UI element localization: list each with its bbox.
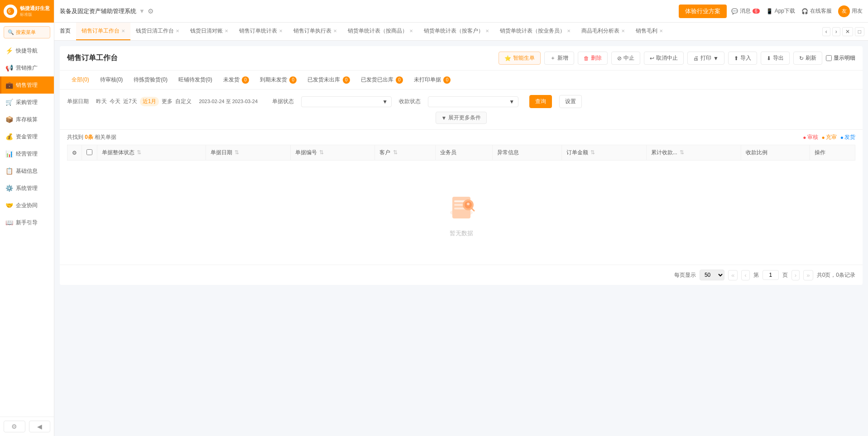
cancel-pause-button[interactable]: ↩ 取消中止 bbox=[644, 52, 684, 65]
refresh-button[interactable]: ↻ 刷新 bbox=[793, 52, 822, 65]
filter-tab-shipped-not-out[interactable]: 已发货未出库 0 bbox=[303, 74, 354, 85]
date-opt-more[interactable]: 更多 bbox=[162, 98, 173, 105]
sidebar-item-finance[interactable]: 💰 资金管理 bbox=[0, 128, 54, 145]
status-filter-select[interactable]: ▼ bbox=[301, 96, 392, 107]
select-all-checkbox[interactable] bbox=[86, 149, 92, 155]
filter-tab-wangpu-ship[interactable]: 旺铺待发货(0) bbox=[174, 74, 217, 85]
tab-margin-analysis[interactable]: 商品毛利分析表 ✕ bbox=[576, 23, 630, 40]
export-button[interactable]: ⬇ 导出 bbox=[761, 52, 790, 65]
message-action[interactable]: 💬 消息 6 bbox=[731, 7, 760, 15]
date-opt-custom[interactable]: 自定义 bbox=[175, 98, 192, 105]
filter-tab-expired-unship[interactable]: 到期未发货 0 bbox=[255, 74, 301, 85]
collapse-button[interactable]: ◀ bbox=[29, 421, 51, 432]
solution-button[interactable]: 体验行业方案 bbox=[679, 5, 727, 18]
tab-sales-summary-product[interactable]: 销货单统计表（按商品） ✕ bbox=[342, 23, 418, 40]
tab-close-cash-daily[interactable]: ✕ bbox=[176, 28, 179, 33]
page-input[interactable] bbox=[762, 270, 779, 280]
sort-status-icon[interactable]: ⇅ bbox=[137, 149, 141, 156]
tab-close-cash-reconcile[interactable]: ✕ bbox=[225, 28, 228, 33]
settings-filter-button[interactable]: 设置 bbox=[559, 95, 582, 108]
tab-sales-stats[interactable]: 销售订单统计表 ✕ bbox=[234, 23, 288, 40]
show-detail-label[interactable]: 显示明细 bbox=[826, 54, 855, 62]
sidebar-item-basic-info[interactable]: 📋 基础信息 bbox=[0, 162, 54, 180]
quick-review-action[interactable]: ● 审核 bbox=[803, 133, 818, 141]
online-service-action[interactable]: 🎧 在线客服 bbox=[801, 7, 832, 15]
last-page-btn[interactable]: » bbox=[803, 270, 813, 280]
tab-sales-gross[interactable]: 销售毛利 ✕ bbox=[630, 23, 668, 40]
tab-close-summary-product[interactable]: ✕ bbox=[409, 28, 413, 33]
sort-customer-icon[interactable]: ⇅ bbox=[393, 149, 398, 156]
user-action[interactable]: 友 用友 bbox=[838, 5, 863, 17]
tab-nav-prev[interactable]: ‹ bbox=[822, 27, 830, 36]
sidebar-item-quick-nav[interactable]: ⚡ 快捷导航 bbox=[0, 42, 54, 59]
message-badge: 6 bbox=[753, 9, 760, 14]
tab-close-sales-gross[interactable]: ✕ bbox=[659, 28, 663, 33]
date-opt-7days[interactable]: 近7天 bbox=[123, 98, 137, 105]
shipped-out-badge: 0 bbox=[396, 76, 403, 84]
sidebar: 6 畅捷通好生意 标准版 🔍 搜索菜单 ⚡ 快捷导航 📢 营销推广 💼 销售管理… bbox=[0, 0, 54, 436]
quick-ship-action[interactable]: ● 发货 bbox=[840, 133, 855, 141]
tab-sales-workbench[interactable]: 销售订单工作台 ✕ bbox=[76, 23, 130, 40]
sidebar-item-cooperation[interactable]: 🤝 企业协同 bbox=[0, 197, 54, 214]
tab-sales-exec[interactable]: 销售订单执行表 ✕ bbox=[288, 23, 342, 40]
expand-conditions-button[interactable]: ▼ 展开更多条件 bbox=[436, 112, 487, 124]
quick-cancel-review-action[interactable]: ● 充审 bbox=[822, 133, 837, 141]
tab-close-summary-staff[interactable]: ✕ bbox=[567, 28, 571, 33]
page-size-select[interactable]: 20 50 100 bbox=[700, 270, 724, 280]
sidebar-item-guide[interactable]: 📖 新手引导 bbox=[0, 214, 54, 231]
filter-tab-unprinted[interactable]: 未打印单据 0 bbox=[409, 74, 455, 85]
first-page-btn[interactable]: « bbox=[728, 270, 738, 280]
import-button[interactable]: ⬆ 导入 bbox=[728, 52, 757, 65]
show-detail-checkbox[interactable] bbox=[826, 55, 832, 61]
print-button[interactable]: 🖨 打印 ▼ bbox=[687, 52, 724, 65]
date-opt-today[interactable]: 今天 bbox=[110, 98, 120, 105]
date-opt-1month[interactable]: 近1月 bbox=[140, 97, 159, 106]
sidebar-item-inventory[interactable]: 📦 库存核算 bbox=[0, 111, 54, 128]
settings-button[interactable]: ⚙ bbox=[4, 421, 25, 432]
tab-close-sales-stats[interactable]: ✕ bbox=[279, 28, 283, 33]
tab-expand[interactable]: □ bbox=[855, 27, 864, 36]
sidebar-item-operations[interactable]: 📊 经营管理 bbox=[0, 145, 54, 162]
sidebar-item-marketing[interactable]: 📢 营销推广 bbox=[0, 59, 54, 76]
star-icon: ⭐ bbox=[504, 55, 511, 62]
sort-amount-icon[interactable]: ⇅ bbox=[590, 149, 595, 156]
tab-home[interactable]: 首页 bbox=[54, 23, 76, 40]
payment-filter-select[interactable]: ▼ bbox=[428, 96, 518, 107]
tab-cash-daily[interactable]: 钱货日清工作台 ✕ bbox=[130, 23, 185, 40]
tab-sales-summary-customer[interactable]: 销货单统计表（按客户） ✕ bbox=[418, 23, 494, 40]
sort-cumulative-icon[interactable]: ⇅ bbox=[680, 149, 684, 156]
sidebar-item-purchase[interactable]: 🛒 采购管理 bbox=[0, 94, 54, 111]
sidebar-item-system[interactable]: ⚙️ 系统管理 bbox=[0, 180, 54, 197]
next-page-btn[interactable]: › bbox=[791, 270, 800, 280]
tab-close-sales-exec[interactable]: ✕ bbox=[333, 28, 337, 33]
sort-date-icon[interactable]: ⇅ bbox=[235, 149, 239, 156]
tab-close-margin-analysis[interactable]: ✕ bbox=[621, 28, 625, 33]
app-download-action[interactable]: 📱 App下载 bbox=[766, 7, 795, 15]
tab-close-sales-workbench[interactable]: ✕ bbox=[121, 28, 125, 33]
filter-tab-shipped-out[interactable]: 已发货已出库 0 bbox=[356, 74, 408, 85]
query-button[interactable]: 查询 bbox=[529, 95, 552, 108]
tab-nav-next[interactable]: › bbox=[832, 27, 840, 36]
delete-icon: 🗑 bbox=[584, 55, 589, 62]
filter-tab-all[interactable]: 全部(0) bbox=[67, 74, 94, 85]
delete-button[interactable]: 🗑 删除 bbox=[578, 52, 608, 65]
date-opt-yesterday[interactable]: 昨天 bbox=[96, 98, 107, 105]
tab-sales-summary-staff[interactable]: 销货单统计表（按业务员） ✕ bbox=[494, 23, 576, 40]
ship-dot: ● bbox=[840, 134, 844, 141]
tab-close-summary-customer[interactable]: ✕ bbox=[485, 28, 489, 33]
add-button[interactable]: ＋ 新增 bbox=[544, 52, 574, 65]
sort-number-icon[interactable]: ⇅ bbox=[319, 149, 324, 156]
sidebar-item-sales[interactable]: 💼 销售管理 bbox=[0, 76, 54, 94]
search-menu-button[interactable]: 🔍 搜索菜单 bbox=[4, 26, 50, 38]
smart-create-button[interactable]: ⭐ 智能生单 bbox=[499, 52, 541, 65]
settings-icon[interactable]: ⚙ bbox=[148, 7, 153, 15]
main-content: 装备及固定资产辅助管理系统 ▼ ⚙ 体验行业方案 💬 消息 6 📱 App下载 … bbox=[54, 0, 868, 436]
col-settings[interactable]: ⚙ bbox=[67, 145, 82, 161]
tab-close-all[interactable]: ✕ bbox=[842, 27, 853, 36]
filter-tab-not-shipped[interactable]: 未发货 0 bbox=[219, 74, 254, 85]
prev-page-btn[interactable]: ‹ bbox=[741, 270, 749, 280]
filter-tab-pending-review[interactable]: 待审核(0) bbox=[96, 74, 128, 85]
filter-tab-pending-inspect[interactable]: 待拣货验货(0) bbox=[129, 74, 172, 85]
tab-cash-reconcile[interactable]: 钱货日清对账 ✕ bbox=[185, 23, 234, 40]
pause-button[interactable]: ⊘ 中止 bbox=[611, 52, 640, 65]
